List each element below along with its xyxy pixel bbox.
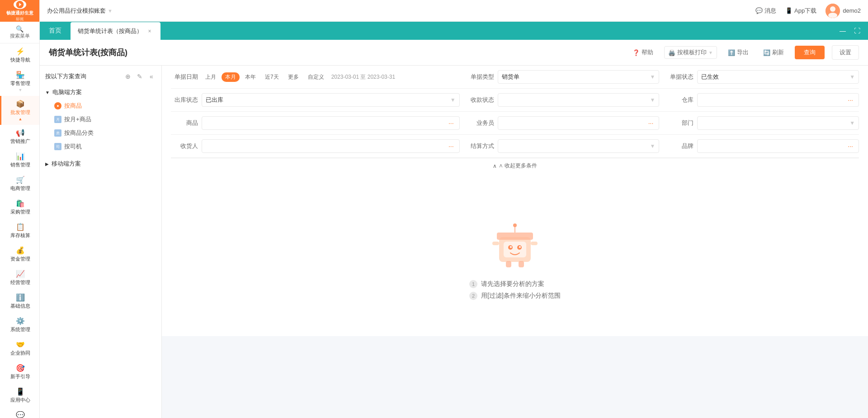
doc-type-input[interactable]: 销货单 ▼ xyxy=(498,70,660,84)
refresh-btn[interactable]: 🔄 刷新 xyxy=(760,47,788,58)
sidebar-item-system[interactable]: ⚙️ 系统管理 xyxy=(0,313,39,337)
query-button[interactable]: 查询 xyxy=(795,46,825,59)
brand-dots-btn[interactable]: ··· xyxy=(846,142,855,150)
receiver-dots-btn[interactable]: ··· xyxy=(447,142,456,150)
scheme-collapse-btn[interactable]: « xyxy=(147,72,156,81)
sidebar-item-inventory[interactable]: 📋 库存核算 xyxy=(0,219,39,242)
message-label: 消息 xyxy=(764,7,776,15)
doc-type-dropdown-icon: ▼ xyxy=(650,74,655,80)
date-tab-7days[interactable]: 近7天 xyxy=(261,72,283,82)
settlement-input[interactable]: ▼ xyxy=(498,139,660,153)
tab-minimize-btn[interactable]: — xyxy=(837,25,848,36)
scheme-edit-btn[interactable]: ✎ xyxy=(135,72,144,81)
date-range-text: 2023-03-01 至 2023-03-31 xyxy=(331,73,395,81)
help-icon: ❓ xyxy=(632,49,640,56)
sidebar-item-ecommerce[interactable]: 🛒 电商管理 xyxy=(0,172,39,195)
close-icon: × xyxy=(148,28,151,34)
tab-active-sales-stat[interactable]: 销货单统计表（按商品） × xyxy=(71,22,160,40)
payment-status-dropdown-icon: ▼ xyxy=(650,97,655,103)
tab-maximize-btn[interactable]: ⛶ xyxy=(852,25,863,36)
scheme-item-by-month-goods[interactable]: 月 按月+商品 xyxy=(40,113,161,126)
scheme-item-by-goods[interactable]: ● 按商品 xyxy=(40,99,161,113)
avatar xyxy=(826,4,840,18)
message-icon: 💬 xyxy=(755,7,763,14)
doc-status-input[interactable]: 已生效 ▼ xyxy=(697,70,859,84)
collapse-conditions-btn[interactable]: ∧ ∧ 收起更多条件 xyxy=(171,158,859,173)
date-tab-this-year[interactable]: 本年 xyxy=(241,72,259,82)
sidebar-item-sales[interactable]: 📊 销售管理 xyxy=(0,148,39,172)
sidebar-item-basic-info[interactable]: ℹ️ 基础信息 xyxy=(0,290,39,313)
payment-status-input[interactable]: ▼ xyxy=(498,93,660,107)
sidebar-item-wholesale[interactable]: 📦 批发管理 ▲ xyxy=(0,96,39,125)
scheme-item-by-category[interactable]: 类 按商品分类 xyxy=(40,126,161,140)
scheme-group-mobile-header[interactable]: ▶ 移动端方案 xyxy=(40,157,161,171)
filter-field-department: 部门 ▼ xyxy=(666,116,859,130)
doc-status-value: 已生效 xyxy=(701,73,719,81)
scheme-group-pc-header[interactable]: ▼ 电脑端方案 xyxy=(40,86,161,99)
help-btn[interactable]: ❓ 帮助 xyxy=(629,47,657,58)
sidebar-item-guide[interactable]: 🎯 新手引导 xyxy=(0,360,39,384)
warehouse-dots-btn[interactable]: ··· xyxy=(846,96,855,104)
settlement-dropdown-icon: ▼ xyxy=(650,143,655,149)
filter-field-doc-type: 单据类型 销货单 ▼ xyxy=(467,70,660,84)
filter-field-date: 单据日期 上月 本月 本年 近7天 更多 自定义 xyxy=(171,72,460,82)
scheme-add-btn[interactable]: ⊕ xyxy=(123,72,132,81)
date-tab-custom[interactable]: 自定义 xyxy=(304,72,328,82)
goods-input[interactable]: ··· xyxy=(202,116,460,130)
export-btn[interactable]: ⬆️ 导出 xyxy=(724,47,752,58)
industry-selector[interactable]: 办公用品行业模拟账套 ▼ xyxy=(47,7,113,15)
warehouse-input[interactable]: ··· xyxy=(697,93,859,107)
scheme-panel-header: 按以下方案查询 ⊕ ✎ « xyxy=(40,69,161,84)
date-tab-more[interactable]: 更多 xyxy=(284,72,302,82)
salesman-input[interactable]: ··· xyxy=(498,116,660,130)
empty-state: 1 请先选择要分析的方案 2 用[过滤]条件来缩小分析范围 xyxy=(162,180,868,336)
settings-button[interactable]: 设置 xyxy=(832,45,859,60)
sidebar-item-enterprise-wechat[interactable]: 💬 企业微信 xyxy=(0,407,39,418)
brand-input[interactable]: ··· xyxy=(697,139,859,153)
filter-field-warehouse: 仓库 ··· xyxy=(666,93,859,107)
goods-dots-btn[interactable]: ··· xyxy=(447,119,456,127)
svg-rect-11 xyxy=(531,242,538,245)
salesman-dots-btn[interactable]: ··· xyxy=(646,119,656,127)
department-input[interactable]: ▼ xyxy=(697,116,859,130)
refresh-label: 刷新 xyxy=(772,48,784,57)
filter-form: 单据日期 上月 本月 本年 近7天 更多 自定义 xyxy=(162,66,868,180)
sidebar-item-purchase[interactable]: 🛍️ 采购管理 xyxy=(0,195,39,219)
sidebar-item-retail[interactable]: 🏪 零售管理 ▼ xyxy=(0,67,39,96)
out-status-value: 已出库 xyxy=(206,96,223,104)
app-subtitle: 标账 xyxy=(16,16,24,22)
out-status-input[interactable]: 已出库 ▼ xyxy=(202,93,460,107)
scheme-group-mobile-toggle: ▶ xyxy=(45,162,49,166)
receiver-input[interactable]: ··· xyxy=(202,139,460,153)
page-actions: ❓ 帮助 🖨️ 按模板打印 ▼ ⬆️ 导出 🔄 刷新 查询 设置 xyxy=(629,45,859,60)
user-info[interactable]: demo2 xyxy=(826,4,861,18)
tab-close-btn[interactable]: × xyxy=(146,28,153,35)
print-btn[interactable]: 🖨️ 按模板打印 ▼ xyxy=(664,46,717,59)
filter-field-payment-status: 收款状态 ▼ xyxy=(467,93,660,107)
sidebar-item-finance[interactable]: 💰 资金管理 xyxy=(0,242,39,266)
tab-home[interactable]: 首页 xyxy=(40,22,71,40)
app-download-btn[interactable]: 📱 App下载 xyxy=(785,7,816,15)
sidebar-item-operations[interactable]: 📈 经营管理 xyxy=(0,266,39,290)
svg-point-1 xyxy=(830,6,835,12)
date-tab-last-month[interactable]: 上月 xyxy=(202,72,220,82)
filter-field-receiver: 收货人 ··· xyxy=(171,139,460,153)
main-area: 办公用品行业模拟账套 ▼ 💬 消息 📱 App下载 xyxy=(40,0,868,418)
scheme-item-by-driver[interactable]: 司 按司机 xyxy=(40,140,161,153)
collapse-conditions-icon: ∧ xyxy=(493,163,497,169)
svg-point-8 xyxy=(510,246,512,248)
receiver-label: 收货人 xyxy=(171,142,198,150)
sidebar-item-marketing[interactable]: 📢 营销推广 xyxy=(0,125,39,148)
sidebar-item-quicknav[interactable]: ⚡ 快捷导航 xyxy=(0,43,39,67)
print-label: 按模板打印 xyxy=(677,48,707,57)
page-title: 销货单统计表(按商品) xyxy=(49,47,127,58)
sidebar-item-search[interactable]: 🔍 搜索菜单 xyxy=(0,22,39,43)
sidebar-item-enterprise[interactable]: 🤝 企业协同 xyxy=(0,337,39,360)
date-tab-this-month[interactable]: 本月 xyxy=(222,72,240,82)
message-btn[interactable]: 💬 消息 xyxy=(755,7,776,15)
sidebar-item-appcenter[interactable]: 📱 应用中心 xyxy=(0,384,39,407)
top-header: 办公用品行业模拟账套 ▼ 💬 消息 📱 App下载 xyxy=(40,0,868,22)
scheme-group-mobile-label: 移动端方案 xyxy=(52,160,81,168)
scheme-item-label-driver: 按司机 xyxy=(64,142,82,151)
filter-field-brand: 品牌 ··· xyxy=(666,139,859,153)
